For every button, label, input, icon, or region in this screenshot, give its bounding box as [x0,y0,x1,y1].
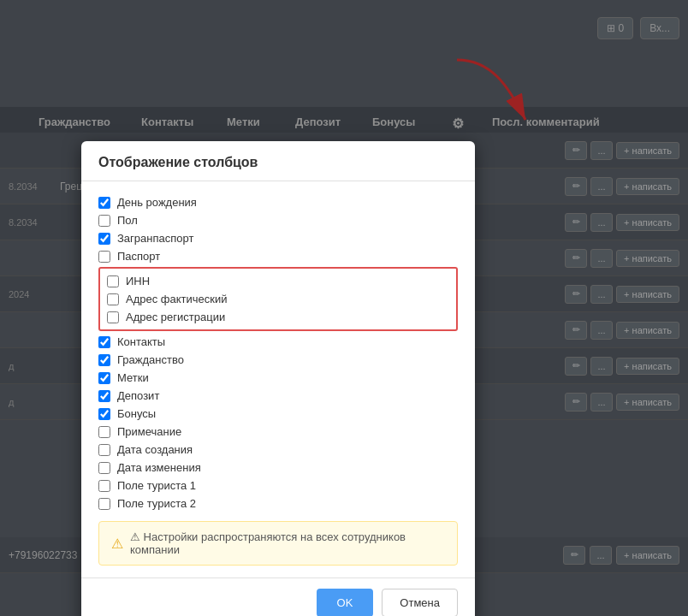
checkbox-marks-label: Метки [117,371,149,384]
checkbox-citizenship-label: Гражданство [117,353,184,366]
checkbox-gender[interactable]: Пол [98,211,458,229]
modal-title: Отображение столбцов [98,155,458,170]
checkbox-note-input[interactable] [98,426,110,438]
checkbox-birthday[interactable]: День рождения [98,193,458,211]
checkbox-bonuses-label: Бонусы [117,407,156,420]
checkbox-passport-foreign-input[interactable] [98,233,110,245]
checkbox-created-date-input[interactable] [98,444,110,456]
checkbox-deposit-label: Депозит [117,389,159,402]
warning-text: ⚠ Настройки распространяются на всех сот… [130,530,445,556]
checkbox-tourist-field-1-input[interactable] [98,480,110,492]
modal-header: Отображение столбцов [81,141,475,181]
checkbox-note-label: Примечание [117,425,181,438]
checkbox-deposit-input[interactable] [98,390,110,402]
checkbox-created-date[interactable]: Дата создания [98,441,458,459]
checkbox-contacts[interactable]: Контакты [98,333,458,351]
checkbox-address-actual-input[interactable] [107,293,119,305]
checkbox-inn-label: ИНН [126,275,150,287]
checkbox-modified-date[interactable]: Дата изменения [98,459,458,477]
checkbox-created-date-label: Дата создания [117,443,193,456]
checkbox-contacts-input[interactable] [98,336,110,348]
column-settings-modal: Отображение столбцов День рождения Пол З… [81,141,475,616]
checkbox-inn-input[interactable] [107,275,119,287]
checkbox-passport-foreign[interactable]: Загранпаспорт [98,229,458,247]
checkbox-contacts-label: Контакты [117,335,165,348]
checkbox-modified-date-label: Дата изменения [117,461,201,474]
warning-icon: ⚠ [111,536,123,552]
checkbox-tourist-field-2[interactable]: Поле туриста 2 [98,495,458,512]
checkbox-passport-foreign-label: Загранпаспорт [117,232,193,245]
checkbox-bonuses-input[interactable] [98,408,110,420]
checkbox-passport-input[interactable] [98,251,110,263]
checkbox-bonuses[interactable]: Бонусы [98,405,458,423]
checkbox-inn[interactable]: ИНН [107,272,449,290]
modal-footer: OK Отмена [81,578,475,616]
checkbox-marks-input[interactable] [98,372,110,384]
checkbox-modified-date-input[interactable] [98,462,110,474]
modal-overlay: Отображение столбцов День рождения Пол З… [0,0,688,616]
cancel-button[interactable]: Отмена [382,589,458,616]
highlighted-group: ИНН Адрес фактический Адрес регистрации [98,267,458,331]
checkbox-citizenship-input[interactable] [98,354,110,366]
modal-warning: ⚠ ⚠ Настройки распространяются на всех с… [98,521,458,566]
checkbox-tourist-field-1[interactable]: Поле туриста 1 [98,477,458,495]
checkbox-tourist-field-1-label: Поле туриста 1 [117,479,196,492]
checkbox-tourist-field-2-label: Поле туриста 2 [117,497,196,510]
checkbox-address-registration[interactable]: Адрес регистрации [107,308,449,326]
modal-body: День рождения Пол Загранпаспорт Паспорт [81,181,475,578]
checkbox-passport[interactable]: Паспорт [98,247,458,265]
checkbox-birthday-input[interactable] [98,197,110,209]
checkbox-address-registration-input[interactable] [107,311,119,323]
checkbox-gender-label: Пол [117,214,138,227]
checkbox-marks[interactable]: Метки [98,369,458,387]
checkbox-gender-input[interactable] [98,215,110,227]
checkbox-citizenship[interactable]: Гражданство [98,351,458,369]
checkbox-passport-label: Паспорт [117,250,160,263]
checkbox-address-registration-label: Адрес регистрации [126,311,225,323]
checkbox-tourist-field-2-input[interactable] [98,498,110,510]
checkbox-address-actual-label: Адрес фактический [126,293,228,305]
ok-button[interactable]: OK [317,589,374,616]
checkbox-birthday-label: День рождения [117,196,197,209]
checkbox-deposit[interactable]: Депозит [98,387,458,405]
checkbox-address-actual[interactable]: Адрес фактический [107,290,449,308]
checkbox-note[interactable]: Примечание [98,423,458,441]
